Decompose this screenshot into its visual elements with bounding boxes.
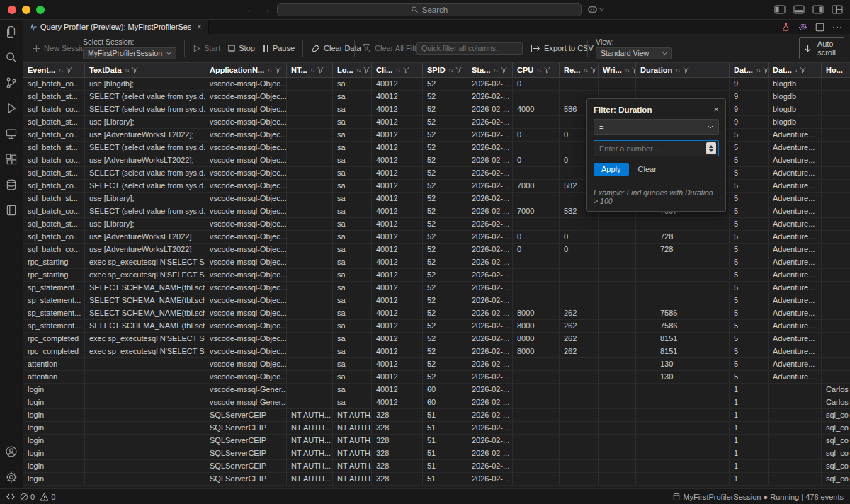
- column-header[interactable]: ApplicationN...↑↓: [205, 63, 287, 77]
- table-row[interactable]: sp_statement...SELECT SCHEMA_NAME(tbl.sc…: [23, 294, 850, 307]
- table-row[interactable]: sp_statement...SELECT SCHEMA_NAME(tbl.sc…: [23, 307, 850, 320]
- toggle-panel-bottom-icon[interactable]: [793, 5, 805, 14]
- sort-icon[interactable]: ↑↓: [356, 67, 361, 74]
- extension-gear-icon[interactable]: [798, 23, 808, 32]
- search-sidebar-icon[interactable]: [3, 50, 20, 64]
- column-header[interactable]: CPU↑↓: [513, 63, 560, 77]
- column-header[interactable]: Dat...↑↓: [730, 63, 769, 77]
- profiler-flask-icon[interactable]: [781, 23, 790, 32]
- session-select[interactable]: MyFirstProfilerSession: [83, 47, 176, 59]
- column-header[interactable]: Event...↑↓: [23, 63, 85, 77]
- command-center-search[interactable]: Search: [277, 3, 582, 16]
- maximize-window-button[interactable]: [36, 6, 45, 14]
- table-row[interactable]: loginvscode-mssql-Gener...sa40012602026-…: [23, 384, 850, 396]
- column-header[interactable]: Wri...↑↓: [599, 63, 636, 77]
- filter-icon[interactable]: [455, 67, 462, 74]
- table-row[interactable]: loginSQLServerCEIPNT AUTH...NT AUTH...32…: [23, 447, 850, 460]
- close-icon[interactable]: ×: [197, 22, 202, 32]
- column-header[interactable]: Lo...↑↓: [333, 63, 372, 77]
- clear-data-button[interactable]: Clear Data: [311, 44, 346, 52]
- number-stepper[interactable]: [706, 142, 716, 154]
- sort-icon[interactable]: ↑↓: [536, 67, 541, 74]
- table-row[interactable]: rpc_completedexec sp_executesql N'SELECT…: [23, 333, 850, 345]
- table-row[interactable]: sp_statement...SELECT SCHEMA_NAME(tbl.sc…: [23, 320, 850, 333]
- toggle-panel-right-icon[interactable]: [812, 5, 824, 14]
- table-row[interactable]: loginSQLServerCEIPNT AUTH...NT AUTH...32…: [23, 473, 850, 486]
- stepper-up-icon[interactable]: [709, 145, 713, 148]
- remote-indicator-icon[interactable]: [6, 493, 15, 500]
- sort-icon[interactable]: ↑↓: [583, 67, 588, 74]
- filter-icon[interactable]: [275, 67, 281, 74]
- filter-icon[interactable]: [544, 67, 550, 74]
- quick-filter-input[interactable]: [416, 42, 523, 55]
- table-row[interactable]: attentionvscode-mssql-Objec...sa40012522…: [23, 358, 850, 371]
- source-control-icon[interactable]: [3, 76, 20, 90]
- split-editor-icon[interactable]: [815, 23, 824, 32]
- sort-icon[interactable]: ↑↓: [493, 67, 498, 74]
- forward-arrow-icon[interactable]: →: [261, 5, 271, 14]
- account-icon[interactable]: [3, 445, 20, 459]
- filter-icon[interactable]: [501, 67, 507, 74]
- sort-icon[interactable]: ↑↓: [310, 67, 315, 74]
- sort-icon[interactable]: ↑↓: [625, 67, 630, 74]
- column-header[interactable]: SPID↑↓: [423, 63, 468, 77]
- sort-icon[interactable]: ↑↓: [675, 67, 680, 74]
- filter-icon[interactable]: [683, 67, 689, 74]
- more-actions-icon[interactable]: ···: [832, 22, 843, 32]
- sort-icon[interactable]: ↑↓: [395, 67, 400, 74]
- export-csv-button[interactable]: Export to CSV: [531, 44, 579, 52]
- filter-icon[interactable]: [363, 67, 370, 74]
- table-row[interactable]: rpc_startingexec sp_executesql N'SELECT …: [23, 269, 850, 282]
- operator-select[interactable]: =: [594, 119, 719, 135]
- table-row[interactable]: loginSQLServerCEIPNT AUTH...NT AUTH...32…: [23, 422, 850, 435]
- table-row[interactable]: sql_batch_co...use [AdventureWorksLT2022…: [23, 244, 850, 256]
- filter-icon[interactable]: [591, 67, 597, 74]
- column-header[interactable]: Sta...↑↓: [468, 63, 513, 77]
- stepper-down-icon[interactable]: [709, 149, 713, 152]
- sort-icon[interactable]: ↑↓: [267, 67, 272, 74]
- close-icon[interactable]: ×: [713, 105, 719, 114]
- column-header[interactable]: TextData↑↓: [85, 63, 205, 77]
- filter-icon[interactable]: [800, 67, 806, 74]
- table-row[interactable]: loginSQLServerCEIPNT AUTH...NT AUTH...32…: [23, 460, 850, 473]
- close-window-button[interactable]: [8, 6, 16, 14]
- filter-icon[interactable]: [317, 67, 324, 74]
- table-row[interactable]: sp_statement...SELECT SCHEMA_NAME(tbl.sc…: [23, 282, 850, 294]
- profiler-session-status[interactable]: MyFirstProfilerSession ● Running | 476 e…: [672, 493, 844, 501]
- column-header[interactable]: Ho...: [822, 63, 850, 77]
- table-row[interactable]: rpc_startingexec sp_executesql N'SELECT …: [23, 256, 850, 269]
- view-select[interactable]: Standard View: [596, 47, 672, 59]
- table-row[interactable]: loginvscode-mssql-Gener...sa40012602026-…: [23, 396, 850, 409]
- auto-scroll-button[interactable]: Auto-scroll: [799, 37, 844, 59]
- sql-connections-icon[interactable]: [3, 127, 20, 141]
- stop-button[interactable]: Stop: [228, 44, 255, 52]
- explorer-icon[interactable]: [3, 25, 20, 39]
- sort-icon[interactable]: ↑↓: [448, 67, 453, 74]
- column-header[interactable]: Re...↑↓: [560, 63, 599, 77]
- sort-icon[interactable]: ↑↓: [756, 67, 761, 74]
- notebooks-icon[interactable]: [3, 203, 20, 217]
- filter-icon[interactable]: [763, 67, 769, 74]
- minimize-window-button[interactable]: [22, 6, 30, 14]
- table-row[interactable]: loginSQLServerCEIPNT AUTH...NT AUTH...32…: [23, 435, 850, 447]
- back-arrow-icon[interactable]: ←: [246, 5, 255, 14]
- column-header[interactable]: NT...↑↓: [287, 63, 333, 77]
- warnings-status[interactable]: 0: [40, 493, 55, 501]
- clear-button[interactable]: Clear: [635, 163, 659, 176]
- table-row[interactable]: sql_batch_st...use [Library];vscode-mssq…: [23, 218, 850, 231]
- toggle-panel-left-icon[interactable]: [774, 5, 786, 14]
- filter-icon[interactable]: [403, 67, 409, 74]
- start-button[interactable]: Start: [193, 44, 220, 52]
- pause-button[interactable]: Pause: [263, 44, 295, 52]
- table-row[interactable]: attentionvscode-mssql-Objec...sa40012522…: [23, 371, 850, 384]
- sort-icon[interactable]: ↑↓: [58, 67, 63, 74]
- filter-value-input[interactable]: [596, 144, 706, 153]
- table-row[interactable]: rpc_completedexec sp_executesql N'SELECT…: [23, 345, 850, 358]
- copilot-menu[interactable]: [588, 6, 604, 13]
- settings-gear-icon[interactable]: [3, 470, 20, 484]
- table-row[interactable]: sql_batch_co...use [AdventureWorksLT2022…: [23, 231, 850, 244]
- customize-layout-icon[interactable]: [832, 5, 843, 14]
- filter-icon[interactable]: [66, 67, 72, 74]
- table-row[interactable]: sql_batch_co...use [blogdb];vscode-mssql…: [23, 78, 850, 91]
- tab-query-profiler[interactable]: Query Profiler (Preview): MyFirstProfile…: [23, 20, 209, 34]
